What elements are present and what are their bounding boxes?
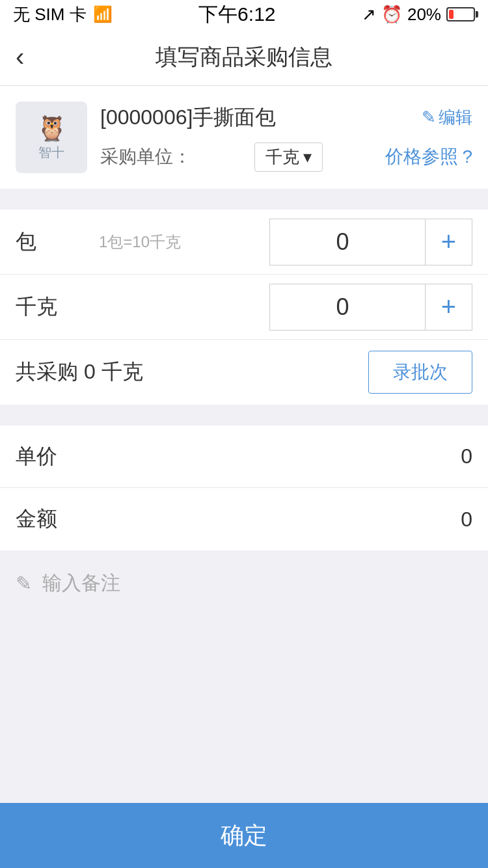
- price-ref-label: 价格参照: [385, 144, 458, 169]
- nav-bar: ‹ 填写商品采购信息: [0, 29, 488, 86]
- product-card: 🦉 智十 [0000006]手撕面包 ✎ 编辑 采购单位： 千克 ▾ 价格参照 …: [0, 86, 488, 189]
- status-bar: 无 SIM 卡 📶 下午6:12 ↗ ⏰ 20%: [0, 0, 488, 29]
- bao-input-right: +: [269, 219, 472, 265]
- product-logo-icon: 🦉: [36, 114, 67, 142]
- unit-price-value: 0: [461, 444, 472, 468]
- confirm-label: 确定: [221, 820, 267, 852]
- kg-plus-button[interactable]: +: [426, 284, 472, 331]
- input-section: 包 1包=10千克 + 千克 +: [0, 210, 488, 340]
- status-right: ↗ ⏰ 20%: [362, 5, 475, 25]
- unit-select[interactable]: 千克 ▾: [254, 142, 323, 172]
- edit-button[interactable]: ✎ 编辑: [422, 106, 472, 129]
- help-icon: ?: [462, 146, 472, 167]
- chevron-down-icon: ▾: [303, 147, 312, 167]
- amount-row: 金额 0: [0, 488, 488, 550]
- battery-icon: [446, 7, 475, 21]
- product-name-row: [0000006]手撕面包 ✎ 编辑: [100, 103, 472, 132]
- record-batch-button[interactable]: 录批次: [368, 351, 472, 394]
- battery-pct: 20%: [407, 5, 441, 25]
- bao-label: 包: [16, 228, 94, 256]
- edit-label[interactable]: 编辑: [439, 106, 472, 129]
- remark-input[interactable]: 输入备注: [42, 570, 120, 597]
- bao-input-row: 包 1包=10千克 +: [0, 210, 488, 275]
- bao-quantity-input[interactable]: [269, 219, 426, 265]
- total-row: 共采购 0 千克 录批次: [0, 340, 488, 405]
- section-separator-1: [0, 199, 488, 210]
- location-icon: ↗: [362, 5, 376, 25]
- edit-icon: ✎: [422, 107, 436, 128]
- amount-label: 金额: [16, 505, 461, 534]
- status-time: 下午6:12: [198, 1, 275, 28]
- unit-value: 千克: [265, 146, 299, 169]
- unit-price-label: 单价: [16, 442, 461, 471]
- info-section: 单价 0 金额 0: [0, 426, 488, 550]
- kg-input-row: 千克 +: [0, 275, 488, 340]
- bao-sub-label: 1包=10千克: [99, 232, 269, 252]
- confirm-button[interactable]: 确定: [0, 803, 488, 868]
- battery-fill: [449, 10, 454, 19]
- product-info: [0000006]手撕面包 ✎ 编辑 采购单位： 千克 ▾ 价格参照 ?: [100, 103, 472, 172]
- total-label: 共采购 0 千克: [16, 358, 368, 387]
- product-image: 🦉 智十: [16, 102, 87, 173]
- page-title: 填写商品采购信息: [156, 42, 332, 72]
- kg-input-right: +: [269, 284, 472, 331]
- purchase-unit-label: 采购单位：: [100, 144, 191, 169]
- pencil-icon: ✎: [16, 572, 32, 595]
- wifi-icon: 📶: [93, 5, 113, 23]
- back-button[interactable]: ‹: [16, 42, 24, 72]
- purchase-unit-row: 采购单位： 千克 ▾ 价格参照 ?: [100, 142, 472, 172]
- alarm-icon: ⏰: [381, 5, 402, 25]
- no-sim-text: 无 SIM 卡: [13, 3, 87, 26]
- kg-label: 千克: [16, 293, 94, 321]
- remark-section[interactable]: ✎ 输入备注: [0, 552, 488, 614]
- unit-price-row: 单价 0: [0, 426, 488, 488]
- product-name: [0000006]手撕面包: [100, 103, 276, 132]
- amount-value: 0: [461, 508, 472, 532]
- status-left: 无 SIM 卡 📶: [13, 3, 113, 26]
- bao-plus-button[interactable]: +: [426, 219, 472, 265]
- product-image-label: 智十: [38, 144, 64, 161]
- price-ref-button[interactable]: 价格参照 ?: [385, 144, 472, 169]
- kg-quantity-input[interactable]: [269, 284, 426, 331]
- section-separator-2: [0, 405, 488, 415]
